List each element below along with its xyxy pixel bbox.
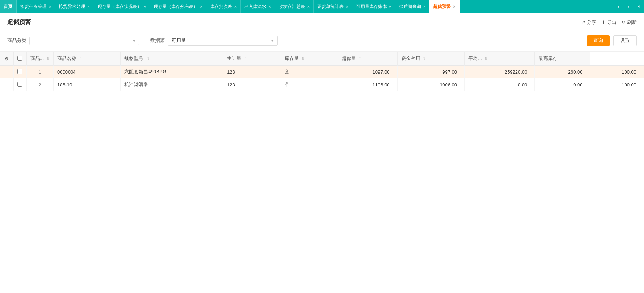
col-header-max-stock[interactable]: 最高库存	[535, 52, 590, 66]
col-header-avg[interactable]: 平均... ⇅	[465, 52, 535, 66]
nav-task-mgmt-label: 拣货任务管理	[20, 4, 47, 10]
row-capital-0: 259220.00	[465, 66, 535, 78]
row-checkbox-0[interactable]	[17, 69, 22, 74]
nav-batch[interactable]: 库存批次账 ×	[206, 0, 241, 13]
close-abnormal[interactable]: ×	[87, 4, 89, 9]
nav-arrow-right[interactable]: ›	[623, 0, 634, 13]
nav-stock-status[interactable]: 现存量（库存状况表） ×	[94, 0, 150, 13]
row-index-0: 1	[26, 66, 53, 78]
row-spec-1: 123	[223, 78, 281, 91]
share-label: 分享	[587, 19, 596, 26]
refresh-button[interactable]: ↺ 刷新	[622, 19, 637, 26]
nav-abnormal[interactable]: 拣货异常处理 ×	[55, 0, 94, 13]
row-overstock-1: 1006.00	[397, 78, 464, 91]
row-checkbox-cell-0[interactable]	[13, 66, 26, 78]
table-row: 2 186-10... 机油滤清器 123 个 1106.00 1006.00 …	[0, 78, 644, 91]
row-spec-0: 123	[223, 66, 281, 78]
row-max-stock-1: 100.00	[590, 78, 644, 91]
nav-arrow-left[interactable]: ‹	[613, 0, 623, 13]
filter-category: 商品分类 ▾	[7, 37, 139, 45]
col-header-overstock[interactable]: 超储量 ⇅	[338, 52, 397, 66]
sort-product-name-icon: ⇅	[79, 57, 82, 60]
close-available[interactable]: ×	[389, 4, 391, 9]
row-settings-cell-1	[0, 78, 13, 91]
row-checkbox-cell-1[interactable]	[13, 78, 26, 91]
sort-avg-icon: ⇅	[484, 57, 487, 60]
nav-order-stat[interactable]: 要货单统计表 ×	[314, 0, 352, 13]
row-checkbox-1[interactable]	[17, 82, 22, 87]
nav-available[interactable]: 可用量库存账本 ×	[352, 0, 395, 13]
col-header-settings[interactable]: ⚙	[0, 52, 13, 66]
nav-arrows: ‹ › ×	[613, 0, 644, 13]
sort-unit-icon: ⇅	[244, 57, 247, 60]
nav-inout-flow-label: 出入库流水	[244, 4, 266, 10]
col-header-product-name[interactable]: 商品名称 ⇅	[53, 52, 120, 66]
filter-buttons: 查询 设置	[587, 35, 637, 46]
share-button[interactable]: ↗ 分享	[581, 19, 596, 26]
nav-quality[interactable]: 保质期查询 ×	[395, 0, 429, 13]
category-select[interactable]: ▾	[29, 37, 139, 45]
share-icon: ↗	[581, 19, 585, 25]
nav-arrow-close[interactable]: ×	[634, 0, 644, 13]
nav-home[interactable]: 首页	[0, 0, 17, 13]
col-header-product-code[interactable]: 商品... ⇅	[26, 52, 53, 66]
nav-stock-dist-label: 现存量（库存分布表）	[154, 4, 198, 10]
close-batch[interactable]: ×	[234, 4, 237, 9]
export-icon: ⬇	[601, 19, 605, 25]
page-wrapper: 超储预警 ↗ 分享 ⬇ 导出 ↺ 刷新 商品分类 ▾ 数据源	[0, 13, 644, 293]
top-navigation: 首页 拣货任务管理 × 拣货异常处理 × 现存量（库存状况表） × 现存量（库存…	[0, 0, 644, 13]
filter-row: 商品分类 ▾ 数据源 可用量 ▾ 查询 设置	[0, 30, 644, 52]
export-button[interactable]: ⬇ 导出	[601, 19, 616, 26]
col-header-unit[interactable]: 主计量 ⇅	[223, 52, 281, 66]
row-product-name-1: 机油滤清器	[121, 78, 223, 91]
page-title: 超储预警	[7, 18, 31, 26]
nav-stock-status-label: 现存量（库存状况表）	[98, 4, 142, 10]
row-product-name-0: 六配套新昌490BPG	[121, 66, 223, 78]
col-header-stock[interactable]: 库存量 ⇅	[281, 52, 338, 66]
col-header-spec[interactable]: 规格型号 ⇅	[121, 52, 223, 66]
nav-order-stat-label: 要货单统计表	[317, 4, 344, 10]
header-actions: ↗ 分享 ⬇ 导出 ↺ 刷新	[581, 19, 637, 26]
close-stock-dist[interactable]: ×	[200, 4, 202, 9]
nav-home-label: 首页	[4, 4, 12, 10]
col-overstock-label: 超储量	[342, 56, 356, 61]
close-order-stat[interactable]: ×	[346, 4, 348, 9]
category-chevron-icon: ▾	[133, 38, 135, 43]
col-product-code-label: 商品...	[30, 56, 44, 61]
sort-product-code-icon: ⇅	[47, 57, 50, 60]
row-product-code-1: 186-10...	[53, 78, 120, 91]
datasource-select[interactable]: 可用量 ▾	[168, 36, 278, 46]
col-spec-label: 规格型号	[124, 56, 143, 61]
table-body: 1 0000004 六配套新昌490BPG 123 套 1097.00 997.…	[0, 66, 644, 91]
row-avg-0: 260.00	[535, 66, 590, 78]
close-task-mgmt[interactable]: ×	[49, 4, 51, 9]
col-header-capital[interactable]: 资金占用 ⇅	[397, 52, 464, 66]
close-quality[interactable]: ×	[423, 4, 425, 9]
nav-inout-flow[interactable]: 出入库流水 ×	[241, 0, 275, 13]
settings-button[interactable]: 设置	[613, 35, 637, 46]
filter-datasource: 数据源 可用量 ▾	[150, 36, 278, 46]
col-header-checkbox[interactable]	[13, 52, 26, 66]
close-overstock[interactable]: ×	[453, 4, 455, 9]
nav-collect[interactable]: 收发存汇总表 ×	[275, 0, 314, 13]
col-avg-label: 平均...	[468, 56, 482, 61]
sort-capital-icon: ⇅	[423, 57, 426, 60]
row-settings-cell-0	[0, 66, 13, 78]
nav-abnormal-label: 拣货异常处理	[59, 4, 85, 10]
row-stock-1: 1106.00	[338, 78, 397, 91]
nav-batch-label: 库存批次账	[210, 4, 232, 10]
query-button[interactable]: 查询	[587, 35, 610, 46]
nav-available-label: 可用量库存账本	[356, 4, 387, 10]
sort-stock-icon: ⇅	[301, 57, 304, 60]
export-label: 导出	[607, 19, 616, 26]
select-all-checkbox[interactable]	[17, 56, 22, 61]
data-table: ⚙ 商品... ⇅ 商品名称 ⇅ 规格型号 ⇅	[0, 52, 644, 91]
nav-overstock[interactable]: 超储预警 ×	[429, 0, 459, 13]
nav-stock-dist[interactable]: 现存量（库存分布表） ×	[150, 0, 206, 13]
row-unit-1: 个	[281, 78, 338, 91]
nav-overstock-label: 超储预警	[433, 4, 451, 10]
close-collect[interactable]: ×	[307, 4, 310, 9]
close-inout-flow[interactable]: ×	[268, 4, 271, 9]
close-stock-status[interactable]: ×	[144, 4, 146, 9]
nav-task-mgmt[interactable]: 拣货任务管理 ×	[17, 0, 55, 13]
